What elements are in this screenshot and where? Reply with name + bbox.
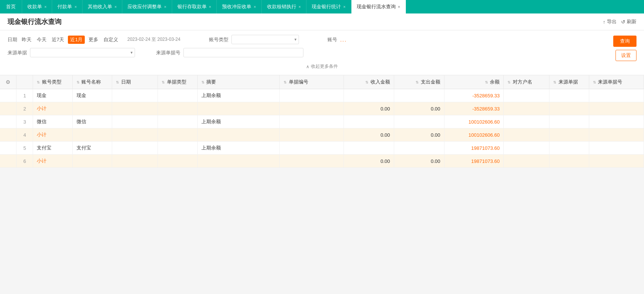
source-doc-select[interactable]: [30, 48, 135, 57]
th-income[interactable]: ⇅ 收入金额: [344, 75, 394, 89]
nav-tab-home-label: 首页: [6, 3, 16, 10]
export-icon: ↑: [603, 19, 606, 25]
nav-tab-other-income-label: 其他收入单: [88, 3, 112, 10]
th-doc-type[interactable]: ⇅ 单据类型: [158, 75, 198, 89]
nav-tab-home[interactable]: 首页: [0, 0, 22, 13]
date-opt-7days[interactable]: 近7天: [50, 36, 66, 44]
date-filter-group: 日期 昨天 今天 近7天 近1月 更多 自定义: [8, 36, 120, 44]
filter-row-2: 来源单据 ▾ 来源单据号: [8, 48, 598, 57]
account-type-group: 账号类型 ▾: [209, 35, 299, 44]
date-label: 日期: [8, 36, 17, 43]
th-account-type[interactable]: ⇅ 账号类型: [33, 75, 73, 89]
th-counter-party[interactable]: ⇅ 对方户名: [504, 75, 549, 89]
header-actions: ↑ 导出 ↺ 刷新: [603, 18, 637, 25]
th-summary[interactable]: ⇅ 摘要: [197, 75, 279, 89]
close-icon[interactable]: ×: [398, 4, 400, 9]
close-icon[interactable]: ×: [114, 4, 117, 9]
th-source-doc[interactable]: ⇅ 来源单据: [549, 75, 589, 89]
nav-tab-receive[interactable]: 收款单 ×: [22, 0, 52, 13]
source-doc-no-label: 来源单据号: [156, 49, 180, 56]
account-type-label: 账号类型: [209, 36, 228, 43]
date-opt-today[interactable]: 今天: [35, 36, 48, 44]
source-doc-select-wrapper[interactable]: ▾: [30, 48, 135, 57]
query-button[interactable]: 查询: [613, 36, 636, 47]
nav-tab-verify-label: 收款核销执行: [267, 3, 296, 10]
source-doc-group: 来源单据 ▾: [8, 48, 135, 57]
page-title: 现金银行流水查询: [8, 17, 62, 26]
close-icon[interactable]: ×: [44, 4, 47, 9]
ellipsis-button[interactable]: ...: [340, 37, 347, 43]
date-opt-yesterday[interactable]: 昨天: [20, 36, 33, 44]
page-header: 现金银行流水查询 ↑ 导出 ↺ 刷新: [0, 13, 644, 30]
export-label: 导出: [607, 18, 617, 25]
th-balance[interactable]: ⇅ 余额: [444, 75, 503, 89]
th-settings: ⚙: [0, 75, 17, 89]
table-row[interactable]: 5支付宝支付宝上期余额19871073.60: [0, 142, 644, 155]
sort-icon: ⇅: [553, 80, 556, 84]
nav-tab-receive-label: 收款单: [27, 3, 42, 10]
close-icon[interactable]: ×: [299, 4, 301, 9]
date-opt-1month[interactable]: 近1月: [68, 36, 85, 44]
nav-tab-ar-adjust[interactable]: 应收应付调整单 ×: [122, 0, 172, 13]
account-type-select-wrapper[interactable]: ▾: [231, 35, 299, 44]
account-no-group: 账号 ...: [327, 36, 347, 43]
table-row[interactable]: 6小计0.000.0019871073.60: [0, 155, 644, 168]
source-doc-no-input[interactable]: [183, 48, 303, 57]
collapse-label: 收起更多条件: [311, 63, 338, 70]
nav-tab-bank-stats[interactable]: 现金银行统计 ×: [306, 0, 351, 13]
export-button[interactable]: ↑ 导出: [603, 18, 617, 25]
gear-icon[interactable]: ⚙: [6, 79, 11, 85]
sort-icon: ⇅: [593, 80, 596, 84]
nav-tab-pre-offset[interactable]: 预收冲应收单 ×: [217, 0, 261, 13]
close-icon[interactable]: ×: [74, 4, 77, 9]
date-opt-custom[interactable]: 自定义: [102, 36, 120, 44]
table-row[interactable]: 1现金现金上期余额-3528659.33: [0, 89, 644, 102]
date-options: 昨天 今天 近7天 近1月 更多 自定义: [20, 36, 120, 44]
refresh-icon: ↺: [621, 19, 625, 25]
th-date[interactable]: ⇅ 日期: [112, 75, 158, 89]
top-nav: 首页 收款单 × 付款单 × 其他收入单 × 应收应付调整单 × 银行存取款单 …: [0, 0, 644, 13]
settings-button[interactable]: 设置: [615, 50, 636, 61]
sort-icon: ⇅: [365, 80, 368, 84]
th-doc-no[interactable]: ⇅ 单据编号: [280, 75, 344, 89]
source-doc-label: 来源单据: [8, 49, 27, 56]
nav-tab-payment[interactable]: 付款单 ×: [52, 0, 82, 13]
th-expense[interactable]: ⇅ 支出金额: [394, 75, 444, 89]
refresh-label: 刷新: [627, 18, 636, 25]
sort-icon: ⇅: [162, 80, 165, 84]
sort-icon: ⇅: [507, 80, 510, 84]
nav-tab-bank-deposit[interactable]: 银行存取款单 ×: [172, 0, 217, 13]
th-num: [17, 75, 33, 89]
right-actions: 查询 设置: [613, 35, 636, 61]
chevron-up-icon: ∧: [306, 64, 309, 69]
sort-icon: ⇅: [416, 80, 419, 84]
nav-tab-bank-flow[interactable]: 现金银行流水查询 ×: [351, 0, 406, 13]
collapse-bar[interactable]: ∧ 收起更多条件: [8, 63, 636, 70]
nav-tab-verify[interactable]: 收款核销执行 ×: [262, 0, 306, 13]
nav-tab-bank-deposit-label: 银行存取款单: [177, 3, 207, 10]
date-opt-more[interactable]: 更多: [87, 36, 100, 44]
table-row[interactable]: 3微信微信上期余额100102606.60: [0, 115, 644, 128]
close-icon[interactable]: ×: [164, 4, 166, 9]
sort-icon: ⇅: [37, 80, 40, 84]
nav-tab-pre-offset-label: 预收冲应收单: [222, 3, 251, 10]
close-icon[interactable]: ×: [343, 4, 345, 9]
nav-tab-payment-label: 付款单: [57, 3, 72, 10]
table-container: ⚙ ⇅ 账号类型 ⇅ 账号名称 ⇅ 日期 ⇅ 单据类型: [0, 75, 644, 168]
table-row[interactable]: 4小计0.000.00100102606.60: [0, 128, 644, 142]
refresh-button[interactable]: ↺ 刷新: [621, 18, 636, 25]
sort-icon: ⇅: [201, 80, 204, 84]
table-row[interactable]: 2小计0.000.00-3528659.33: [0, 102, 644, 115]
sort-icon: ⇅: [116, 80, 119, 84]
th-account-name[interactable]: ⇅ 账号名称: [72, 75, 112, 89]
nav-tab-other-income[interactable]: 其他收入单 ×: [83, 0, 122, 13]
close-icon[interactable]: ×: [209, 4, 211, 9]
th-source-doc-no[interactable]: ⇅ 来源单据号: [589, 75, 644, 89]
nav-tab-bank-flow-label: 现金银行流水查询: [357, 3, 396, 10]
nav-tab-ar-adjust-label: 应收应付调整单: [128, 3, 162, 10]
close-icon[interactable]: ×: [254, 4, 256, 9]
date-range-display: 2023-02-24 至 2023-03-24: [127, 36, 180, 43]
account-type-select[interactable]: [231, 35, 299, 44]
sort-icon: ⇅: [77, 80, 80, 84]
data-table: ⚙ ⇅ 账号类型 ⇅ 账号名称 ⇅ 日期 ⇅ 单据类型: [0, 75, 644, 168]
